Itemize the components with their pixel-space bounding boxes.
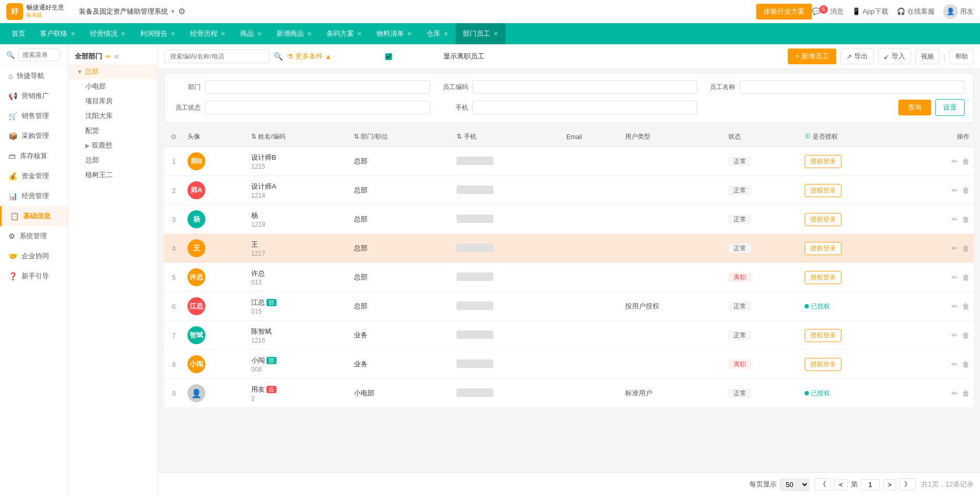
filter-search-button[interactable]: 🔍: [274, 52, 283, 61]
nav-tab-首页[interactable]: 首页: [4, 23, 33, 44]
dept-node-2[interactable]: 项目库房: [68, 94, 157, 109]
name-col-header[interactable]: ⇅ 姓名/编码: [247, 127, 350, 147]
edit-icon[interactable]: ✏: [952, 186, 958, 194]
dept-node-5[interactable]: ▶双鹿想: [68, 138, 157, 153]
edit-icon[interactable]: ✏: [952, 157, 958, 166]
filter-dept-select[interactable]: [205, 80, 430, 94]
nav-tab-仓库[interactable]: 仓库 ✕: [419, 23, 456, 44]
auth-button[interactable]: 授权登录: [805, 184, 842, 197]
auth-button[interactable]: 授权登录: [805, 155, 842, 168]
set-button[interactable]: 设置: [935, 99, 965, 116]
delete-icon[interactable]: 🗑: [962, 244, 969, 252]
sidebar-item-system[interactable]: ⚙系统管理: [0, 226, 68, 246]
nav-tab-物料清单[interactable]: 物料清单 ✕: [369, 23, 419, 44]
page-input[interactable]: [861, 479, 880, 490]
phone-col-header[interactable]: ⇅ 手机: [452, 127, 562, 147]
search-input[interactable]: [18, 48, 60, 61]
import-label: 导入: [892, 52, 905, 61]
delete-icon[interactable]: 🗑: [962, 389, 969, 397]
prev-page-button[interactable]: <: [834, 479, 848, 490]
dept-collapse-icon[interactable]: «: [114, 52, 119, 61]
delete-icon[interactable]: 🗑: [962, 215, 969, 223]
nav-tab-利润报告[interactable]: 利润报告 ✕: [133, 23, 183, 44]
help-button[interactable]: 帮助: [949, 49, 974, 64]
dept-node-7[interactable]: 植树王二: [68, 168, 157, 182]
edit-icon[interactable]: ✏: [952, 302, 958, 310]
last-page-button[interactable]: 》: [899, 478, 916, 491]
auth-button[interactable]: 授权登录: [805, 358, 842, 371]
edit-icon[interactable]: ✏: [952, 215, 958, 223]
sidebar-item-operations[interactable]: 📊经营管理: [0, 186, 68, 206]
sidebar-item-marketing[interactable]: 📢营销推广: [0, 86, 68, 106]
sidebar-item-inventory[interactable]: 🗃库存核算: [0, 146, 68, 166]
filter-phone-input[interactable]: [472, 101, 698, 114]
dept-node-1[interactable]: 小电部: [68, 79, 157, 94]
auth-button[interactable]: 授权登录: [805, 213, 842, 226]
sidebar-item-basic[interactable]: 📋基础信息: [0, 206, 68, 226]
filter-code-input[interactable]: [472, 80, 698, 94]
settings-col-header[interactable]: ⚙: [164, 127, 183, 147]
first-page-button[interactable]: 《: [815, 478, 831, 491]
search-button[interactable]: 查询: [898, 100, 931, 115]
edit-icon[interactable]: ✏: [952, 244, 958, 252]
nav-tab-条码方案[interactable]: 条码方案 ✕: [319, 23, 369, 44]
message-item[interactable]: 💬 6 消息: [812, 7, 844, 16]
sidebar-item-enterprise[interactable]: 🤝企业协同: [0, 246, 68, 266]
filter-name-input[interactable]: [739, 80, 965, 94]
per-page-select[interactable]: 2050100: [780, 479, 809, 491]
sidebar-item-quick-nav[interactable]: ⌂快捷导航: [0, 66, 68, 86]
auth-button[interactable]: 授权登录: [805, 329, 842, 342]
marketing-label: 营销推广: [22, 91, 49, 101]
title-dropdown-icon[interactable]: ▾: [171, 7, 175, 15]
export-button[interactable]: ↗ 导出: [840, 48, 874, 64]
settings-icon[interactable]: ⚙: [178, 6, 185, 16]
nav-tab-部门员工[interactable]: 部门员工 ✕: [456, 23, 506, 44]
dept-node-4[interactable]: 配货: [68, 123, 157, 138]
dept-node-3[interactable]: 沈阳大库: [68, 109, 157, 123]
auth-button[interactable]: 授权登录: [805, 271, 842, 284]
add-employee-button[interactable]: + 新增员工: [788, 48, 836, 64]
user-item[interactable]: 👤 用友: [943, 4, 974, 19]
dept-edit-icon[interactable]: ✏: [105, 53, 111, 61]
delete-icon[interactable]: 🗑: [962, 186, 969, 194]
trial-button[interactable]: 体验行业方案: [756, 4, 812, 20]
sidebar-item-purchase[interactable]: 📦采购管理: [0, 126, 68, 146]
edit-icon[interactable]: ✏: [952, 273, 958, 281]
edit-icon[interactable]: ✏: [952, 331, 958, 339]
delete-icon[interactable]: 🗑: [962, 360, 969, 368]
nav-tab-商品[interactable]: 商品 ✕: [233, 23, 269, 44]
online-service-item[interactable]: 🎧 在线客服: [897, 7, 935, 16]
row-name: 王1217: [247, 234, 350, 263]
show-resigned-input[interactable]: [336, 53, 441, 60]
nav-tab-客户联络[interactable]: 客户联络 ✕: [33, 23, 83, 44]
filter-more-btn[interactable]: ⚗ 更多条件 ▲: [287, 52, 332, 61]
logo-text-area: 畅捷通好生意 标准版: [26, 4, 64, 20]
dept-node-6[interactable]: 总部: [68, 153, 157, 168]
dept-node-0[interactable]: ▼总部: [68, 64, 157, 79]
delete-icon[interactable]: 🗑: [962, 331, 969, 339]
app-download-item[interactable]: 📱 App下载: [852, 7, 888, 16]
sidebar-item-finance[interactable]: 💰资金管理: [0, 166, 68, 186]
nav-tab-经营历程[interactable]: 经营历程 ✕: [183, 23, 233, 44]
search-field[interactable]: [164, 50, 270, 63]
dept-col-header[interactable]: ⇅ 部门/职位: [350, 127, 452, 147]
import-button[interactable]: ↙ 导入: [878, 48, 911, 64]
delete-icon[interactable]: 🗑: [962, 273, 969, 281]
nav-tab-新增商品[interactable]: 新增商品 ✕: [269, 23, 319, 44]
nav-tab-经营情况[interactable]: 经营情况 ✕: [83, 23, 133, 44]
auth-button[interactable]: 授权登录: [805, 242, 842, 255]
sidebar-item-sales[interactable]: 🛒销售管理: [0, 106, 68, 126]
row-name: 江总部015: [247, 292, 350, 321]
video-button[interactable]: 视频: [915, 49, 939, 64]
edit-icon[interactable]: ✏: [952, 360, 958, 368]
show-resigned-checkbox[interactable]: 显示离职员工: [336, 52, 484, 61]
edit-icon[interactable]: ✏: [952, 389, 958, 397]
filter-status-select[interactable]: 正常 离职: [205, 101, 430, 114]
next-page-button[interactable]: >: [883, 479, 897, 490]
dept-all-label[interactable]: 全部部门: [75, 52, 102, 61]
delete-icon[interactable]: 🗑: [962, 302, 969, 310]
delete-icon[interactable]: 🗑: [962, 157, 969, 166]
page-size-area: 每页显示 2050100: [749, 479, 809, 491]
sidebar-item-guide[interactable]: ❓新手引导: [0, 266, 68, 286]
row-dept: 总部: [350, 176, 452, 205]
